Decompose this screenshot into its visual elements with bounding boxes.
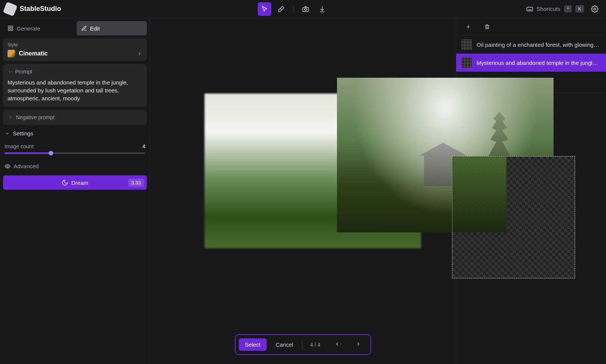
prompt-header: Prompt [15, 69, 32, 75]
style-label: Style [8, 42, 142, 48]
tab-generate-label: Generate [17, 25, 40, 32]
selectbar-divider [302, 340, 303, 349]
image-count-label: Image count [5, 143, 34, 149]
app-logo[interactable] [3, 2, 17, 16]
layer-thumb [461, 39, 472, 50]
eye-icon [5, 163, 11, 169]
advanced-label: Advanced [14, 163, 39, 169]
tab-edit[interactable]: Edit [77, 21, 147, 35]
pager-count: 4 / 4 [306, 342, 325, 348]
svg-rect-4 [8, 26, 10, 28]
settings-toggle[interactable]: Settings [3, 128, 147, 139]
dream-cost: 3.33 [128, 179, 144, 187]
grid-icon [8, 25, 14, 31]
svg-point-3 [594, 8, 595, 10]
select-tool-button[interactable] [258, 2, 271, 16]
shortcuts-button[interactable]: Shortcuts [526, 5, 560, 13]
canvas[interactable]: Select Cancel 4 / 4 [150, 18, 456, 364]
eraser-tool-button[interactable] [274, 2, 288, 16]
svg-rect-2 [527, 7, 532, 11]
add-layer-button[interactable] [461, 20, 475, 34]
cancel-button[interactable]: Cancel [269, 338, 299, 351]
svg-point-8 [7, 166, 8, 167]
svg-point-1 [305, 8, 307, 10]
svg-rect-5 [11, 26, 13, 28]
chevron-right-icon [355, 341, 361, 347]
image-count-slider[interactable] [5, 152, 145, 154]
toolbar-divider [293, 5, 294, 13]
tab-generate[interactable]: Generate [3, 21, 74, 35]
chevron-right-icon [137, 51, 142, 56]
delete-layer-button[interactable] [480, 20, 494, 34]
advanced-toggle[interactable]: Advanced [3, 160, 147, 172]
gear-icon [591, 5, 598, 13]
eraser-icon [277, 5, 285, 13]
image-count-value: 4 [142, 143, 145, 149]
download-button[interactable] [315, 2, 329, 16]
download-icon [318, 5, 326, 13]
negative-prompt-label: Negative prompt [16, 114, 55, 120]
chevron-left-icon [334, 341, 340, 347]
prompt-card[interactable]: Prompt Mysterious and abandoned temple i… [3, 64, 147, 107]
keyboard-icon [526, 5, 534, 13]
edit-icon [81, 25, 87, 31]
chevron-right-icon [8, 115, 13, 120]
settings-header: Settings [13, 130, 33, 137]
dream-label: Dream [71, 180, 88, 186]
brand-title: StableStudio [20, 5, 61, 13]
layer-thumb [461, 57, 472, 68]
select-button[interactable]: Select [239, 338, 267, 351]
kbd-key: K [575, 5, 584, 12]
selection-bar: Select Cancel 4 / 4 [235, 334, 371, 355]
plus-icon [465, 24, 471, 30]
shortcuts-label: Shortcuts [537, 6, 560, 12]
moon-icon [62, 179, 68, 186]
trash-icon [484, 24, 490, 30]
svg-rect-7 [11, 29, 13, 31]
chevron-down-icon [8, 69, 13, 74]
svg-rect-6 [8, 29, 10, 31]
style-value: Cinematic [19, 50, 48, 57]
layer-label: Oil painting of a enchanted forest, with… [477, 41, 601, 48]
camera-icon [302, 5, 309, 13]
selection-box[interactable] [452, 156, 575, 278]
prompt-text[interactable]: Mysterious and abandoned temple in the j… [8, 78, 142, 102]
negative-prompt-toggle[interactable]: Negative prompt [3, 110, 147, 125]
kbd-mod: ^ [564, 5, 572, 12]
pager-next-button[interactable] [349, 338, 367, 351]
snapshot-button[interactable] [299, 2, 312, 16]
style-thumb [8, 50, 15, 57]
tab-edit-label: Edit [90, 25, 100, 32]
chevron-down-icon [5, 131, 10, 136]
pager-prev-button[interactable] [328, 338, 346, 351]
layer-item[interactable]: Oil painting of a enchanted forest, with… [456, 35, 606, 54]
style-selector[interactable]: Style Cinematic [3, 38, 147, 61]
dream-button[interactable]: Dream 3.33 [3, 175, 147, 190]
layer-item[interactable]: Mysterious and abandoned temple in the j… [456, 54, 606, 72]
settings-button[interactable] [588, 2, 601, 16]
layer-label: Mysterious and abandoned temple in the j… [477, 60, 601, 66]
cursor-icon [261, 5, 268, 13]
